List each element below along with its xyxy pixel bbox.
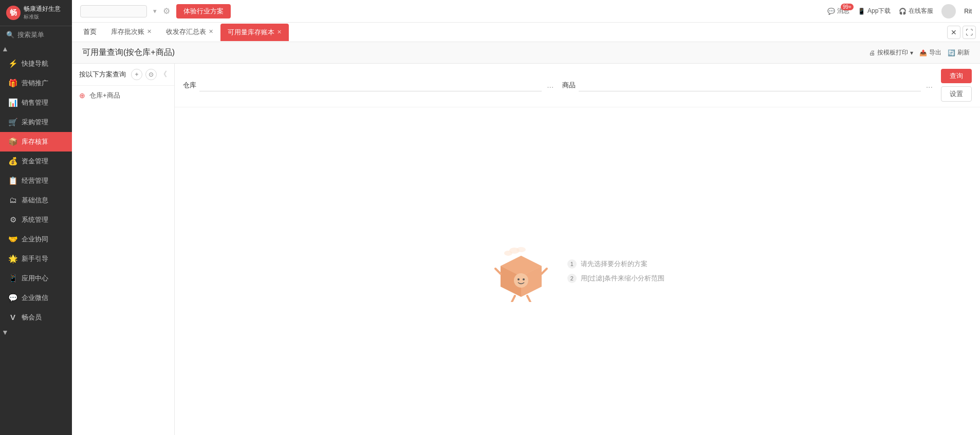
message-btn[interactable]: 💬 消息 99+ <box>827 7 849 15</box>
purchase-label: 采购管理 <box>22 118 48 127</box>
sidebar-item-quick-nav[interactable]: ⚡ 快捷导航 <box>0 54 72 73</box>
app-download-btn[interactable]: 📱 App下载 <box>858 7 891 15</box>
svg-line-10 <box>527 296 530 302</box>
brand: 畅 畅康通好生意 标准版 <box>6 5 66 21</box>
app-download-label: App下载 <box>867 7 891 15</box>
print-label: 按模板打印 <box>877 48 908 57</box>
tab-receive-summary-close[interactable]: ✕ <box>209 28 213 35</box>
quick-nav-icon: ⚡ <box>8 59 17 68</box>
svg-line-9 <box>512 296 515 302</box>
sidebar-search[interactable]: 🔍 搜索菜单 <box>0 26 72 44</box>
topbar-right: 💬 消息 99+ 📱 App下载 🎧 在线客服 Rit <box>827 4 972 18</box>
sidebar-item-operations[interactable]: 📋 经营管理 <box>0 171 72 191</box>
scroll-down-btn[interactable]: ▼ <box>0 327 10 337</box>
export-btn[interactable]: 📤 导出 <box>919 48 941 57</box>
tab-home[interactable]: 首页 <box>76 23 104 42</box>
main-panel: 仓库 ... 商品 ... 查询 设置 <box>175 64 980 435</box>
tab-available-ledger-close[interactable]: ✕ <box>277 29 282 35</box>
print-btn[interactable]: 🖨 按模板打印 ▾ <box>869 48 913 57</box>
page-actions: 🖨 按模板打印 ▾ 📤 导出 🔄 刷新 <box>869 48 970 57</box>
topbar-search-input[interactable] <box>80 5 147 17</box>
tab-batch-ledger-label: 库存批次账 <box>111 27 144 36</box>
product-input[interactable] <box>579 79 921 91</box>
quick-nav-label: 快捷导航 <box>22 59 48 68</box>
user-avatar[interactable] <box>941 4 956 18</box>
message-badge: 99+ <box>841 4 854 10</box>
sidebar-item-newuser[interactable]: 🌟 新手引导 <box>0 249 72 269</box>
sidebar-item-sales[interactable]: 📊 销售管理 <box>0 93 72 112</box>
query-actions: 查询 设置 <box>941 69 972 102</box>
content-area: 按以下方案查询 + ⊙ 《 ⊕ 仓库+商品 仓库 ... <box>72 64 980 435</box>
scroll-up-btn[interactable]: ▲ <box>0 44 10 54</box>
sidebar-item-wechat[interactable]: 💬 企业微信 <box>0 288 72 308</box>
inventory-label: 库存核算 <box>22 137 48 146</box>
purchase-icon: 🛒 <box>8 118 17 127</box>
tab-close-all-btn[interactable]: ✕ <box>947 26 960 39</box>
topbar-chevron-icon[interactable]: ▾ <box>153 7 157 15</box>
sales-label: 销售管理 <box>22 98 48 107</box>
warehouse-field: 仓库 ... <box>183 79 554 91</box>
sidebar-item-appstore[interactable]: 📱 应用中心 <box>0 269 72 288</box>
filter-item-label: 仓库+商品 <box>89 91 120 100</box>
wechat-label: 企业微信 <box>22 293 48 302</box>
marketing-label: 营销推广 <box>22 79 48 88</box>
tip-item-2: 2 用[过滤]条件来缩小分析范围 <box>567 274 664 283</box>
warehouse-label: 仓库 <box>183 81 196 90</box>
tab-batch-ledger[interactable]: 库存批次账 ✕ <box>104 23 159 42</box>
nav-list: ▲ ⚡ 快捷导航 🎁 营销推广 📊 销售管理 🛒 采购管理 📦 库存核算 💰 资… <box>0 44 72 435</box>
sidebar-item-finance[interactable]: 💰 资金管理 <box>0 152 72 171</box>
refresh-btn[interactable]: 🔄 刷新 <box>948 48 970 57</box>
sidebar-item-system[interactable]: ⚙ 系统管理 <box>0 210 72 230</box>
operations-icon: 📋 <box>8 176 17 185</box>
filter-collapse-btn[interactable]: 《 <box>160 70 167 79</box>
empty-tips: 1 请先选择要分析的方案 2 用[过滤]条件来缩小分析范围 <box>567 259 664 283</box>
basic-icon: 🗂 <box>8 196 17 204</box>
brand-icon: 畅 <box>6 6 21 20</box>
tab-fullscreen-btn[interactable]: ⛶ <box>963 26 976 39</box>
tab-receive-summary-label: 收发存汇总表 <box>166 27 206 36</box>
inventory-icon: 📦 <box>8 137 17 146</box>
topbar-gear-icon[interactable]: ⚙ <box>163 6 170 16</box>
trial-btn[interactable]: 体验行业方案 <box>176 4 231 18</box>
brand-info: 畅康通好生意 标准版 <box>24 5 61 21</box>
sidebar-item-inventory[interactable]: 📦 库存核算 <box>0 132 72 152</box>
sidebar-item-purchase[interactable]: 🛒 采购管理 <box>0 112 72 132</box>
query-btn[interactable]: 查询 <box>941 69 972 83</box>
filter-settings-icon[interactable]: ⊙ <box>145 69 157 80</box>
tip-text-2: 用[过滤]条件来缩小分析范围 <box>581 274 664 283</box>
appstore-label: 应用中心 <box>22 274 48 283</box>
filter-item-warehouse-product[interactable]: ⊕ 仓库+商品 <box>72 86 174 105</box>
tab-receive-summary[interactable]: 收发存汇总表 ✕ <box>159 23 220 42</box>
warehouse-input[interactable] <box>199 79 542 91</box>
tab-available-ledger[interactable]: 可用量库存账本 ✕ <box>220 24 289 41</box>
refresh-label: 刷新 <box>957 48 970 57</box>
sidebar-item-member[interactable]: V 畅会员 <box>0 308 72 327</box>
sidebar-item-basic[interactable]: 🗂 基础信息 <box>0 191 72 210</box>
page-title: 可用量查询(按仓库+商品) <box>82 47 175 58</box>
sidebar-item-enterprise[interactable]: 🤝 企业协同 <box>0 230 72 249</box>
sidebar-item-marketing[interactable]: 🎁 营销推广 <box>0 73 72 93</box>
message-icon: 💬 <box>827 8 835 15</box>
print-chevron-icon: ▾ <box>910 49 913 56</box>
warehouse-dots[interactable]: ... <box>547 81 553 90</box>
svg-line-8 <box>542 269 547 274</box>
service-label: 在线客服 <box>909 7 933 15</box>
product-dots[interactable]: ... <box>926 81 933 90</box>
member-label: 畅会员 <box>22 313 42 322</box>
topbar: ▾ ⚙ 体验行业方案 💬 消息 99+ 📱 App下载 🎧 在线客服 Rit <box>72 0 980 23</box>
online-service-btn[interactable]: 🎧 在线客服 <box>899 7 933 15</box>
sidebar: 畅 畅康通好生意 标准版 🔍 搜索菜单 ▲ ⚡ 快捷导航 🎁 营销推广 📊 销售… <box>0 0 72 435</box>
tab-batch-ledger-close[interactable]: ✕ <box>147 28 152 35</box>
username-label: Rit <box>964 8 972 15</box>
filter-title: 按以下方案查询 <box>79 70 126 79</box>
product-field: 商品 ... <box>562 79 933 91</box>
tip-text-1: 请先选择要分析的方案 <box>581 259 648 269</box>
page-header: 可用量查询(按仓库+商品) 🖨 按模板打印 ▾ 📤 导出 🔄 刷新 <box>72 42 980 64</box>
app-icon: 📱 <box>858 8 865 15</box>
refresh-icon: 🔄 <box>948 49 955 56</box>
tab-available-ledger-label: 可用量库存账本 <box>228 28 274 37</box>
filter-add-btn[interactable]: + <box>131 69 142 80</box>
settings-btn[interactable]: 设置 <box>941 86 972 102</box>
enterprise-label: 企业协同 <box>22 235 48 244</box>
search-label: 搜索菜单 <box>17 30 44 40</box>
